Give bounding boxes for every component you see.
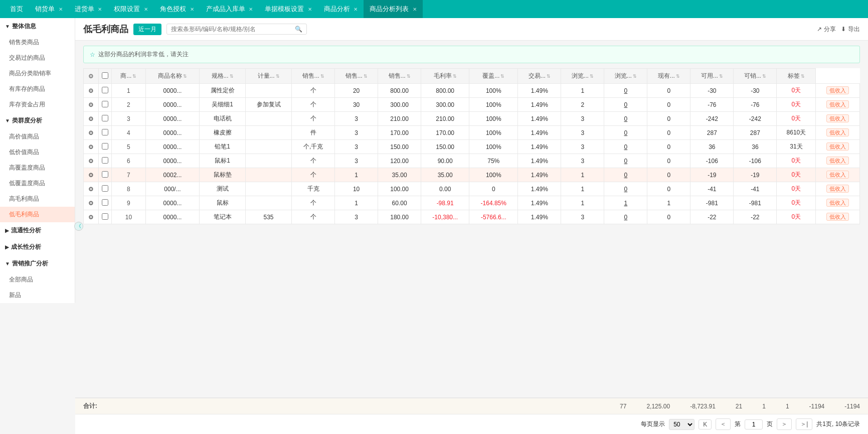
col-name[interactable]: 商品名称⇅ (145, 69, 199, 84)
col-tag[interactable]: 标签⇅ (777, 69, 816, 84)
sidebar-item-high-margin[interactable]: 高毛利商品 (0, 191, 75, 207)
sidebar-item-high-value[interactable]: 高价值商品 (0, 129, 75, 144)
sidebar-item-traded-goods[interactable]: 交易过的商品 (0, 50, 75, 66)
nav-sales[interactable]: 销货单 ✕ (29, 0, 69, 18)
row-checkbox[interactable] (99, 182, 112, 196)
nav-purchase[interactable]: 进货单 ✕ (69, 0, 108, 18)
sidebar-group-overall[interactable]: ▼ 整体信息 (0, 18, 75, 35)
row-settings[interactable]: ⚙ (84, 112, 99, 126)
sidebar-group-growth[interactable]: ▶ 成长性分析 (0, 239, 75, 255)
nav-home[interactable]: 首页 (4, 0, 29, 18)
row-view1[interactable]: 0 (604, 168, 647, 182)
next-page-button[interactable]: ＞ (777, 418, 792, 430)
col-trade-count[interactable]: 交易...⇅ (518, 69, 561, 84)
row-select-checkbox[interactable] (102, 157, 108, 164)
sidebar-item-high-coverage[interactable]: 高覆盖度商品 (0, 160, 75, 176)
page-size-select[interactable]: 10 20 50 100 (669, 419, 695, 430)
nav-purchase-close[interactable]: ✕ (98, 7, 102, 12)
row-select-checkbox[interactable] (102, 199, 108, 206)
row-checkbox[interactable] (99, 98, 112, 112)
sidebar-item-in-stock[interactable]: 有库存的商品 (0, 81, 75, 97)
row-view1[interactable]: 0 (604, 98, 647, 112)
share-button[interactable]: ↗ 分享 (817, 25, 836, 34)
row-select-checkbox[interactable] (102, 171, 108, 178)
row-view1[interactable]: 0 (604, 182, 647, 196)
col-available[interactable]: 可用...⇅ (690, 69, 734, 84)
sidebar-item-all-goods[interactable]: 全部商品 (0, 272, 75, 287)
nav-product-entry[interactable]: 产成品入库单 ✕ (200, 0, 259, 18)
row-settings[interactable]: ⚙ (84, 168, 99, 182)
col-sales-amount[interactable]: 销售...⇅ (335, 69, 378, 84)
sidebar-item-category-sales[interactable]: 商品分类助销率 (0, 66, 75, 81)
row-view1[interactable]: 0 (604, 84, 647, 98)
row-checkbox[interactable] (99, 112, 112, 126)
row-view1[interactable]: 0 (604, 126, 647, 140)
row-view1[interactable]: 0 (604, 210, 647, 224)
nav-product-analysis-list[interactable]: 商品分析列表 ✕ (364, 0, 423, 18)
nav-role-auth[interactable]: 角色授权 ✕ (154, 0, 200, 18)
row-view1[interactable]: 0 (604, 112, 647, 126)
search-icon[interactable]: 🔍 (295, 26, 302, 33)
row-settings[interactable]: ⚙ (84, 196, 99, 210)
sidebar-item-low-value[interactable]: 低价值商品 (0, 144, 75, 160)
nav-template-close[interactable]: ✕ (308, 7, 312, 12)
col-saleable[interactable]: 可销...⇅ (734, 69, 777, 84)
row-checkbox[interactable] (99, 84, 112, 98)
row-settings[interactable]: ⚙ (84, 126, 99, 140)
nav-sales-close[interactable]: ✕ (59, 7, 63, 12)
row-checkbox[interactable] (99, 196, 112, 210)
row-checkbox[interactable] (99, 168, 112, 182)
col-coverage[interactable]: 覆盖...⇅ (469, 69, 518, 84)
sidebar-group-cluster[interactable]: ▼ 类群度分析 (0, 112, 75, 129)
last-page-button[interactable]: ＞| (796, 418, 812, 430)
sidebar-item-sales-goods[interactable]: 销售类商品 (0, 35, 75, 50)
export-button[interactable]: ⬇ 导出 (841, 25, 860, 34)
row-settings[interactable]: ⚙ (84, 140, 99, 154)
row-select-checkbox[interactable] (102, 101, 108, 107)
prev-page-button[interactable]: ＜ (716, 418, 731, 430)
sidebar-group-circulation[interactable]: ▶ 流通性分析 (0, 222, 75, 239)
col-current[interactable]: 现有...⇅ (647, 69, 690, 84)
row-select-checkbox[interactable] (102, 129, 108, 135)
col-sales-profit[interactable]: 销售...⇅ (378, 69, 421, 84)
sidebar-item-stock-capital[interactable]: 库存资金占用 (0, 97, 75, 112)
page-number-input[interactable] (745, 419, 763, 429)
sidebar-collapse-button[interactable]: 《 (74, 222, 83, 231)
col-sales-count[interactable]: 销售...⇅ (292, 69, 335, 84)
row-view1[interactable]: 0 (604, 140, 647, 154)
select-all-checkbox[interactable] (102, 72, 108, 79)
nav-template-settings[interactable]: 单据模板设置 ✕ (259, 0, 318, 18)
row-select-checkbox[interactable] (102, 87, 108, 93)
row-settings[interactable]: ⚙ (84, 98, 99, 112)
row-select-checkbox[interactable] (102, 115, 108, 121)
nav-permissions[interactable]: 权限设置 ✕ (108, 0, 154, 18)
col-unit[interactable]: 计量...⇅ (246, 69, 292, 84)
col-code[interactable]: 商...⇅ (112, 69, 146, 84)
sidebar-item-low-coverage[interactable]: 低覆盖度商品 (0, 176, 75, 191)
row-select-checkbox[interactable] (102, 185, 108, 192)
nav-role-auth-close[interactable]: ✕ (190, 7, 194, 12)
col-spec[interactable]: 规格...⇅ (200, 69, 246, 84)
nav-product-analysis-close[interactable]: ✕ (354, 7, 358, 12)
row-select-checkbox[interactable] (102, 143, 108, 150)
nav-product-entry-close[interactable]: ✕ (249, 7, 253, 12)
row-settings[interactable]: ⚙ (84, 84, 99, 98)
col-view2[interactable]: 浏览...⇅ (604, 69, 647, 84)
col-gross-margin[interactable]: 毛利率⇅ (421, 69, 469, 84)
sidebar-item-new-goods[interactable]: 新品 (0, 287, 75, 303)
row-settings[interactable]: ⚙ (84, 182, 99, 196)
first-page-button[interactable]: K (699, 419, 712, 429)
col-settings[interactable]: ⚙ (84, 69, 99, 84)
period-button[interactable]: 近一月 (133, 24, 161, 35)
row-select-checkbox[interactable] (102, 213, 108, 220)
col-checkbox[interactable] (99, 69, 112, 84)
row-settings[interactable]: ⚙ (84, 154, 99, 168)
nav-permissions-close[interactable]: ✕ (144, 7, 148, 12)
row-view1[interactable]: 1 (604, 196, 647, 210)
sidebar-group-marketing[interactable]: ▼ 营销推广分析 (0, 255, 75, 272)
row-checkbox[interactable] (99, 210, 112, 224)
col-view1[interactable]: 浏览...⇅ (561, 69, 604, 84)
row-checkbox[interactable] (99, 126, 112, 140)
row-view1[interactable]: 0 (604, 154, 647, 168)
row-checkbox[interactable] (99, 140, 112, 154)
